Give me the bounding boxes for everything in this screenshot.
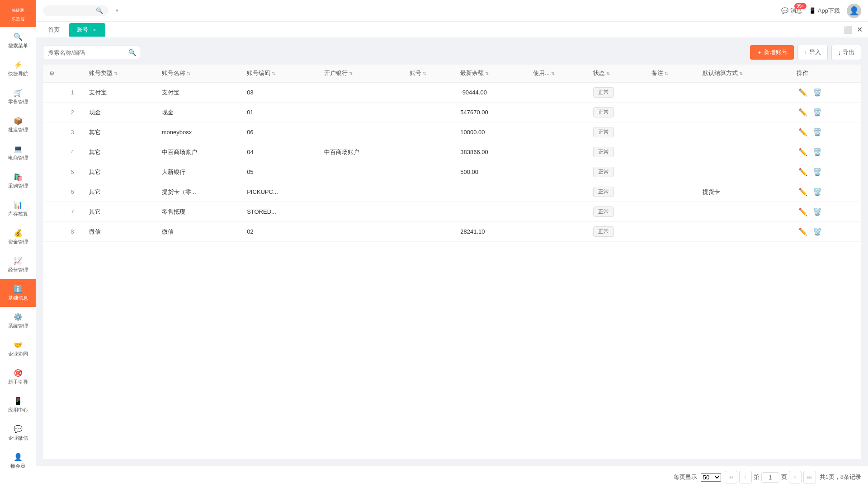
app-download-button[interactable]: 📱 App下载 (809, 7, 840, 15)
message-button[interactable]: 💬 消息 99+ (781, 7, 802, 15)
edit-button[interactable]: ✏️ (797, 167, 809, 177)
status-badge: 正常 (593, 147, 614, 157)
header-search[interactable]: 🔍 (43, 5, 108, 16)
row-usage (528, 122, 588, 142)
sidebar-item-system[interactable]: ⚙️ 系统管理 (0, 307, 36, 335)
delete-button[interactable]: 🗑️ (811, 147, 824, 157)
col-remark-label: 备注 (651, 70, 663, 76)
col-account-name[interactable]: 账号名称⇅ (156, 65, 241, 82)
sidebar-item-inventory[interactable]: 📊 库存核算 (0, 195, 36, 223)
page-last-button[interactable]: ⏭ (803, 471, 816, 483)
sidebar-item-apps[interactable]: 📱 应用中心 (0, 391, 36, 419)
tab-close-button[interactable]: × (91, 26, 98, 33)
tab-minimize-button[interactable]: ⬜ (843, 24, 854, 35)
retail-icon: 🛒 (14, 89, 23, 97)
tab-actions: ⬜ ✕ (843, 24, 863, 35)
tab-home[interactable]: 首页 (41, 23, 67, 37)
col-status[interactable]: 状态⇅ (588, 65, 646, 82)
row-balance: -90444.00 (455, 82, 528, 103)
top-header: 🔍 ▼ 💬 消息 99+ 📱 App下载 👤 (36, 0, 868, 22)
delete-button[interactable]: 🗑️ (811, 107, 824, 117)
sidebar-item-ecommerce[interactable]: 💻 电商管理 (0, 139, 36, 167)
edit-button[interactable]: ✏️ (797, 206, 809, 217)
per-page-select[interactable]: 50 20 100 (701, 473, 721, 482)
row-account (404, 82, 455, 103)
sort-icon-settlement: ⇅ (739, 71, 743, 76)
col-usage[interactable]: 使用...⇅ (528, 65, 588, 82)
total-info: 共1页，8条记录 (820, 473, 861, 481)
sidebar-item-enterprise[interactable]: 🤝 企业协同 (0, 335, 36, 363)
logo-subtext: 乐盈版 (11, 16, 25, 23)
page-next-button[interactable]: › (789, 471, 802, 483)
page-prev-button[interactable]: ‹ (739, 471, 752, 483)
row-balance: 10000.00 (455, 122, 528, 142)
col-account-num[interactable]: 账号⇅ (404, 65, 455, 82)
edit-button[interactable]: ✏️ (797, 226, 809, 237)
row-index: 7 (61, 202, 84, 222)
row-code: 03 (241, 82, 319, 103)
row-remark (646, 202, 697, 222)
tab-close-all-button[interactable]: ✕ (856, 24, 863, 35)
add-account-button[interactable]: ＋ 新增账号 (750, 45, 794, 60)
sidebar-item-purchase[interactable]: 🛍️ 采购管理 (0, 167, 36, 195)
sidebar-item-wechat[interactable]: 💬 企业微信 (0, 419, 36, 447)
delete-button[interactable]: 🗑️ (811, 206, 824, 217)
delete-button[interactable]: 🗑️ (811, 167, 824, 177)
delete-button[interactable]: 🗑️ (811, 226, 824, 237)
delete-button[interactable]: 🗑️ (811, 187, 824, 197)
row-usage (528, 82, 588, 103)
sidebar-item-quicknav[interactable]: ⚡ 快捷导航 (0, 55, 36, 83)
edit-button[interactable]: ✏️ (797, 147, 809, 157)
user-avatar[interactable]: 👤 (847, 4, 861, 18)
delete-button[interactable]: 🗑️ (811, 127, 824, 137)
sidebar-item-operations[interactable]: 📈 经营管理 (0, 251, 36, 279)
edit-button[interactable]: ✏️ (797, 87, 809, 98)
search-bar[interactable]: 🔍 (43, 46, 140, 59)
row-status: 正常 (588, 103, 646, 122)
col-remark[interactable]: 备注⇅ (646, 65, 697, 82)
quicknav-icon: ⚡ (14, 61, 23, 69)
status-badge: 正常 (593, 187, 614, 197)
status-badge: 正常 (593, 167, 614, 177)
search-input[interactable] (43, 47, 125, 59)
tab-account[interactable]: 账号 × (69, 23, 105, 37)
col-account-type[interactable]: 账号类型⇅ (84, 65, 156, 82)
operations-icon: 📈 (14, 257, 23, 265)
row-gear (43, 103, 61, 122)
row-usage (528, 142, 588, 162)
sidebar-item-member[interactable]: 👤 畅会员 (0, 447, 36, 475)
sidebar-item-retail[interactable]: 🛒 零售管理 (0, 83, 36, 111)
sidebar-item-wholesale[interactable]: 📦 批发管理 (0, 111, 36, 139)
export-button[interactable]: ↓ 导出 (831, 45, 862, 60)
col-gear[interactable]: ⚙ (43, 65, 61, 82)
col-balance[interactable]: 最新余额⇅ (455, 65, 528, 82)
sidebar-item-finance[interactable]: 💰 资金管理 (0, 223, 36, 251)
sidebar-item-basic[interactable]: ℹ️ 基础信息 (0, 279, 36, 307)
col-bank[interactable]: 开户银行⇅ (319, 65, 404, 82)
row-bank (319, 103, 404, 122)
edit-button[interactable]: ✏️ (797, 187, 809, 197)
row-balance: 383866.00 (455, 142, 528, 162)
col-account-code[interactable]: 账号编码⇅ (241, 65, 319, 82)
sidebar-item-search[interactable]: 🔍 搜索菜单 (0, 27, 36, 55)
page-input[interactable] (761, 472, 779, 483)
row-status: 正常 (588, 222, 646, 242)
sidebar-item-guide[interactable]: 🎯 新手引导 (0, 363, 36, 391)
edit-button[interactable]: ✏️ (797, 127, 809, 137)
import-button[interactable]: ↑ 导入 (797, 45, 828, 60)
apps-icon: 📱 (14, 397, 23, 405)
row-bank (319, 222, 404, 242)
row-name: 零售抵现 (156, 202, 241, 222)
col-settlement[interactable]: 默认结算方式⇅ (697, 65, 792, 82)
page-first-button[interactable]: ⏮ (725, 471, 737, 483)
row-actions: ✏️ 🗑️ (791, 142, 861, 162)
search-button[interactable]: 🔍 (125, 46, 140, 59)
delete-button[interactable]: 🗑️ (811, 87, 824, 98)
add-icon: ＋ (756, 48, 762, 56)
page-suffix: 页 (781, 473, 787, 481)
edit-button[interactable]: ✏️ (797, 107, 809, 117)
row-index: 6 (61, 182, 84, 202)
header-search-input[interactable] (48, 8, 94, 14)
app-download-label: App下载 (818, 7, 840, 15)
row-name: 微信 (156, 222, 241, 242)
